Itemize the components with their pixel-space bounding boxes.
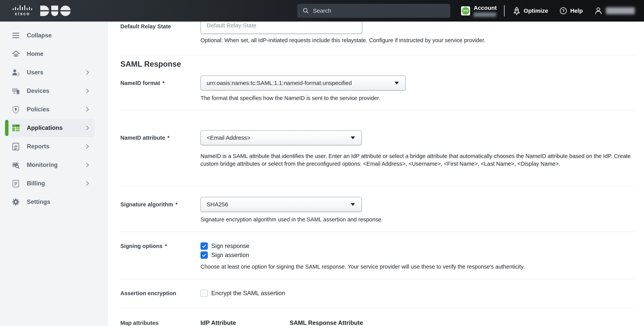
sidebar-item-label: Monitoring <box>27 161 78 168</box>
billing-icon <box>12 180 20 187</box>
report-icon <box>12 143 20 150</box>
field-label: NameID attribute* <box>120 130 200 145</box>
sidebar-item-label: Home <box>27 51 90 57</box>
caret-down-icon <box>351 203 355 206</box>
field-label: Assertion encryption <box>120 289 200 297</box>
field-signature-algorithm: Signature algorithm* SHA256 Signature en… <box>120 197 635 223</box>
shield-icon <box>12 106 20 113</box>
account-block[interactable]: Account <box>474 5 497 17</box>
user-list-icon <box>12 69 20 76</box>
field-nameid-attribute: NameID attribute* <Email Address> NameID… <box>120 130 635 168</box>
sidebar-item-users[interactable]: Users <box>7 63 95 82</box>
field-label: NameID format* <box>120 76 200 91</box>
section-divider <box>120 110 635 111</box>
sidebar-item-settings[interactable]: Settings <box>7 193 95 211</box>
devices-icon <box>12 87 20 95</box>
nameid-format-select[interactable]: urn:oasis:names:tc:SAML:1.1:nameid-forma… <box>200 76 406 91</box>
sign-assertion-option: Sign assertion <box>200 251 635 259</box>
cisco-bars-icon <box>13 5 32 10</box>
field-map-attributes: Map attributes IdP Attribute SAML Respon… <box>120 319 635 326</box>
nameid-attribute-select[interactable]: <Email Address> <box>200 130 362 145</box>
relay-help-text: Optional: When set, all IdP-initiated re… <box>200 37 635 44</box>
chevron-right-icon <box>85 162 90 167</box>
checkbox-label: Encrypt the SAML assertion <box>211 290 285 297</box>
sidebar-item-label: Collapse <box>27 32 90 39</box>
applications-icon <box>12 124 20 132</box>
sidebar-item-applications[interactable]: Applications <box>7 119 95 137</box>
section-divider <box>120 279 635 279</box>
field-label: Signing options* <box>120 242 200 250</box>
chevron-right-icon <box>85 181 90 186</box>
checkbox-label: Sign response <box>211 243 250 249</box>
sidebar-item-label: Users <box>27 69 78 76</box>
check-icon <box>202 253 207 258</box>
menu-icon <box>12 32 20 39</box>
sign-response-checkbox[interactable] <box>200 242 208 250</box>
sidebar-item-home[interactable]: Home <box>7 45 95 63</box>
chevron-right-icon <box>85 88 90 93</box>
gear-icon <box>12 198 20 206</box>
sign-response-option: Sign response <box>200 242 635 250</box>
monitoring-icon <box>12 161 20 169</box>
sidebar-item-label: Reports <box>27 143 78 150</box>
sidebar-item-billing[interactable]: Billing <box>7 174 95 193</box>
chevron-right-icon <box>85 125 90 130</box>
topbar: cisco DUO Account Opti <box>0 0 644 22</box>
signature-algorithm-select[interactable]: SHA256 <box>200 197 362 212</box>
home-icon <box>12 50 20 58</box>
caret-down-icon <box>351 136 355 139</box>
duo-badge-icon: DUO <box>462 7 469 15</box>
checkbox-label: Sign assertion <box>211 252 249 258</box>
signing-options-help-text: Choose at least one option for signing t… <box>200 263 635 270</box>
sidebar-item-devices[interactable]: Devices <box>7 82 95 100</box>
sign-assertion-checkbox[interactable] <box>200 251 208 259</box>
chevron-right-icon <box>85 70 90 75</box>
signature-algorithm-help-text: Signature encryption algorithm used in t… <box>200 216 635 223</box>
section-divider <box>120 55 635 56</box>
encrypt-assertion-option: Encrypt the SAML assertion <box>200 289 635 297</box>
account-label: Account <box>474 5 497 11</box>
help-label: Help <box>570 8 583 14</box>
encrypt-assertion-checkbox[interactable] <box>200 289 208 297</box>
user-icon <box>594 7 602 15</box>
chevron-right-icon <box>85 144 90 149</box>
svg-text:?: ? <box>562 9 565 13</box>
idp-attribute-column-header: IdP Attribute <box>200 319 290 326</box>
sidebar-item-policies[interactable]: Policies <box>7 100 95 119</box>
search-input[interactable] <box>313 8 445 14</box>
help-icon: ? <box>559 7 567 15</box>
sidebar-item-label: Devices <box>27 88 78 94</box>
section-divider <box>120 232 635 232</box>
user-menu[interactable] <box>594 7 635 15</box>
cisco-logo-icon: cisco <box>13 5 32 16</box>
section-divider <box>120 308 635 308</box>
sidebar-item-monitoring[interactable]: Monitoring <box>7 156 95 174</box>
select-value: SHA256 <box>207 201 228 208</box>
field-label: Map attributes <box>120 319 200 326</box>
main-content: Default Relay State Optional: When set, … <box>108 22 644 326</box>
topbar-divider <box>504 5 504 16</box>
sidebar-item-collapse[interactable]: Collapse <box>7 26 95 45</box>
help-link[interactable]: ? Help <box>559 7 583 15</box>
field-signing-options: Signing options* Sign response Sign asse… <box>120 242 635 270</box>
saml-response-attribute-column-header: SAML Response Attribute <box>290 319 635 326</box>
topbar-right: DUO Account Optimize ? Help <box>461 0 635 22</box>
search-icon <box>302 7 310 15</box>
field-nameid-format: NameID format* urn:oasis:names:tc:SAML:1… <box>120 76 635 101</box>
sidebar-item-reports[interactable]: Reports <box>7 137 95 156</box>
nameid-attribute-help-text: NameID is a SAML attribute that identifi… <box>200 152 634 168</box>
duo-logo-icon <box>40 6 71 16</box>
select-value: <Email Address> <box>207 135 250 141</box>
section-divider <box>120 186 635 187</box>
account-badge[interactable]: DUO <box>461 6 470 16</box>
chevron-right-icon <box>85 107 90 112</box>
rocket-icon <box>513 7 521 15</box>
optimize-link[interactable]: Optimize <box>513 7 548 15</box>
optimize-label: Optimize <box>524 8 548 14</box>
sidebar-item-label: Settings <box>27 198 90 205</box>
sidebar: Collapse Home Users <box>0 22 108 326</box>
sidebar-item-label: Policies <box>27 106 78 113</box>
check-icon <box>202 243 207 248</box>
nameid-format-help-text: The format that specifies how the NameID… <box>200 95 635 101</box>
search-box[interactable] <box>297 4 450 18</box>
